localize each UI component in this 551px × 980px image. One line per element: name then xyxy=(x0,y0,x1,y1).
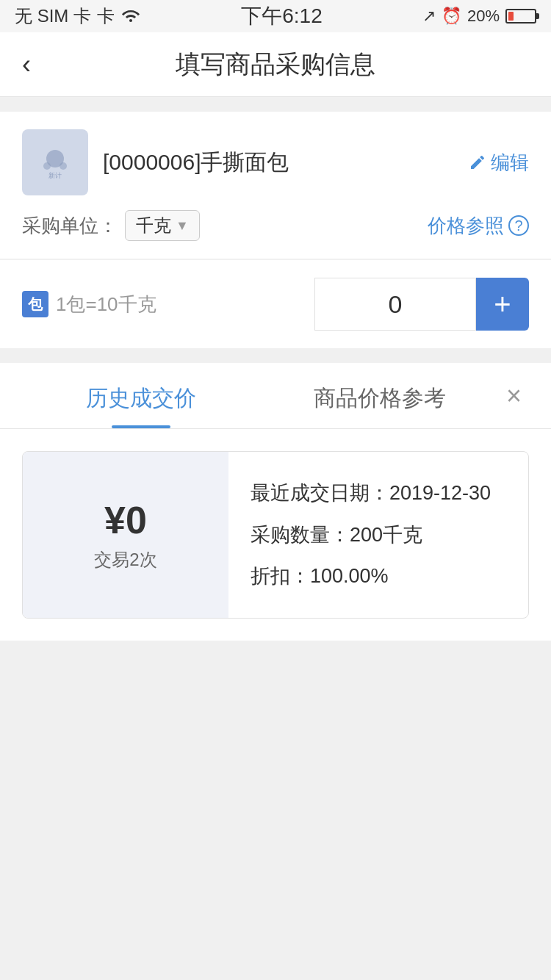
product-left: 新计 [0000006]手撕面包 xyxy=(22,129,289,195)
price-tabs: 历史成交价 商品价格参考 × xyxy=(0,363,551,429)
bag-label: 包 1包=10千克 xyxy=(22,291,156,317)
price-transactions: 交易2次 xyxy=(94,548,156,572)
price-right-panel: 最近成交日期：2019-12-30 采购数量：200千克 折扣：100.00% xyxy=(228,452,528,618)
product-card: 新计 [0000006]手撕面包 编辑 采购单位： 千克 ▼ 价格参照 ? xyxy=(0,112,551,259)
carrier-text: 无 SIM 卡 xyxy=(15,4,91,28)
discount-value: 100.00% xyxy=(310,565,389,587)
bag-unit-text: 1包=10千克 xyxy=(56,292,156,317)
price-panel: 历史成交价 商品价格参考 × ¥0 交易2次 最近成交日期：2019-12-30… xyxy=(0,363,551,641)
status-right: ↗ ⏰ 20% xyxy=(422,7,536,26)
location-icon: ↗ xyxy=(422,7,436,26)
quantity-plus-button[interactable]: + xyxy=(476,278,529,331)
recent-date-label: 最近成交日期： xyxy=(251,482,389,504)
tab-price-reference[interactable]: 商品价格参考 xyxy=(260,363,498,428)
unit-row: 采购单位： 千克 ▼ xyxy=(22,210,200,241)
tab-reference-label: 商品价格参考 xyxy=(314,386,446,410)
price-left-panel: ¥0 交易2次 xyxy=(23,452,228,618)
edit-label: 编辑 xyxy=(491,150,529,176)
unit-label: 采购单位： xyxy=(22,213,118,239)
edit-button[interactable]: 编辑 xyxy=(469,150,529,176)
quantity-control: 0 + xyxy=(314,278,529,331)
close-button[interactable]: × xyxy=(499,373,529,419)
price-ref-label: 价格参照 xyxy=(428,213,504,239)
sim-icon: 卡 xyxy=(97,4,115,28)
product-top: 新计 [0000006]手撕面包 编辑 xyxy=(22,129,529,195)
bag-icon-text: 包 xyxy=(28,295,43,314)
bag-icon: 包 xyxy=(22,291,48,317)
tab-history-price[interactable]: 历史成交价 xyxy=(22,363,260,428)
purchase-qty-label: 采购数量： xyxy=(251,524,350,546)
price-reference-button[interactable]: 价格参照 ? xyxy=(428,213,529,239)
battery-icon xyxy=(505,9,536,24)
purchase-qty-value: 200千克 xyxy=(350,524,422,546)
discount-row: 折扣：100.00% xyxy=(251,561,506,591)
product-name: [0000006]手撕面包 xyxy=(103,148,289,178)
wifi-icon xyxy=(120,6,141,26)
quantity-section: 包 1包=10千克 0 + xyxy=(0,260,551,348)
status-bar: 无 SIM 卡 卡 下午6:12 ↗ ⏰ 20% xyxy=(0,0,551,32)
back-button[interactable]: ‹ xyxy=(22,49,31,80)
price-card-wrap: ¥0 交易2次 最近成交日期：2019-12-30 采购数量：200千克 折扣：… xyxy=(0,429,551,641)
discount-label: 折扣： xyxy=(251,565,310,587)
battery-percent: 20% xyxy=(467,7,500,26)
quantity-input[interactable]: 0 xyxy=(314,278,476,331)
product-bottom: 采购单位： 千克 ▼ 价格参照 ? xyxy=(22,210,529,241)
product-thumbnail: 新计 xyxy=(22,129,88,195)
unit-value: 千克 xyxy=(136,214,171,237)
dropdown-icon: ▼ xyxy=(176,218,189,234)
tab-history-label: 历史成交价 xyxy=(86,386,196,410)
purchase-qty-row: 采购数量：200千克 xyxy=(251,520,506,550)
page-title: 填写商品采购信息 xyxy=(176,48,375,82)
status-left: 无 SIM 卡 卡 xyxy=(15,4,141,28)
info-icon: ? xyxy=(508,215,529,236)
status-time: 下午6:12 xyxy=(241,2,323,30)
alarm-icon: ⏰ xyxy=(442,7,461,26)
nav-bar: ‹ 填写商品采购信息 xyxy=(0,32,551,97)
price-amount: ¥0 xyxy=(104,498,147,542)
price-card: ¥0 交易2次 最近成交日期：2019-12-30 采购数量：200千克 折扣：… xyxy=(22,451,529,619)
recent-date-value: 2019-12-30 xyxy=(389,482,491,504)
recent-date-row: 最近成交日期：2019-12-30 xyxy=(251,478,506,508)
page-footer xyxy=(0,641,551,981)
svg-text:新计: 新计 xyxy=(48,172,62,179)
svg-point-2 xyxy=(60,162,67,170)
unit-selector[interactable]: 千克 ▼ xyxy=(125,210,200,241)
svg-point-1 xyxy=(43,162,51,170)
